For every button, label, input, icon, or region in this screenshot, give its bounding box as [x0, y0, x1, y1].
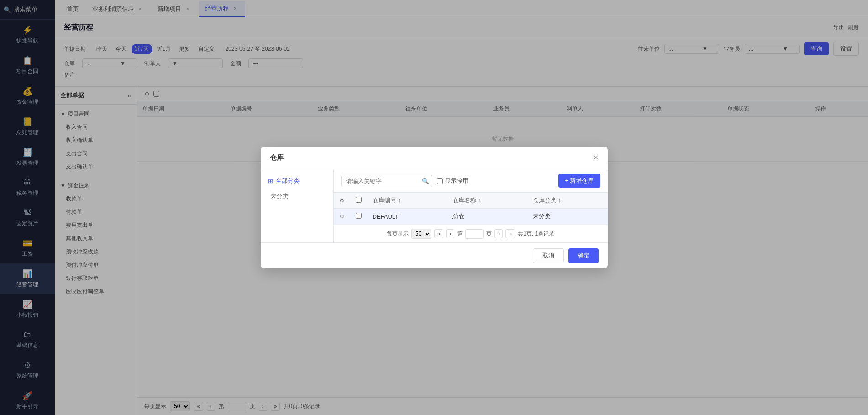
cancel-button[interactable]: 取消	[533, 248, 564, 263]
gear-icon[interactable]: ⚙	[339, 197, 345, 204]
row-category: 未分类	[527, 209, 608, 225]
confirm-button[interactable]: 确定	[568, 248, 599, 263]
modal-page-input[interactable]: 1	[465, 229, 484, 239]
modal-total-info: 共1页, 1条记录	[518, 230, 554, 238]
modal-body: ⊞全部分类未分类 🔍 显示停用 + 新增仓库	[261, 169, 608, 242]
modal-right-panel: 🔍 显示停用 + 新增仓库 ⚙ 仓库编号 ↕	[334, 169, 608, 242]
modal-header: 仓库 ×	[261, 147, 608, 169]
all-icon: ⊞	[268, 178, 273, 184]
modal-next-btn[interactable]: ›	[494, 229, 503, 238]
th-checkbox	[350, 193, 367, 209]
modal-last-btn[interactable]: »	[505, 229, 515, 238]
row-name: 总仓	[447, 209, 527, 225]
add-warehouse-button[interactable]: + 新增仓库	[558, 174, 600, 188]
show-disabled-checkbox[interactable]	[437, 178, 443, 184]
modal-category-unclassified[interactable]: 未分类	[261, 189, 333, 204]
modal-toolbar: 🔍 显示停用 + 新增仓库	[334, 169, 608, 193]
modal-title: 仓库	[270, 153, 284, 162]
row-settings: ⚙	[334, 209, 350, 225]
modal-pagination: 每页显示 50 « ‹ 第 1 页 › » 共1页, 1条记录	[334, 225, 608, 242]
th-settings: ⚙	[334, 193, 350, 209]
modal-per-page-select[interactable]: 50	[411, 229, 431, 239]
row-check-1[interactable]	[356, 213, 362, 219]
modal-select-all[interactable]	[356, 197, 362, 203]
th-code: 仓库编号 ↕	[367, 193, 447, 209]
modal-search-input[interactable]	[346, 178, 419, 184]
modal-table-row[interactable]: ⚙ DEFAULT 总仓 未分类	[334, 209, 608, 225]
settings-icon[interactable]: ⚙	[339, 213, 345, 220]
th-category: 仓库分类 ↕	[527, 193, 608, 209]
modal-first-btn[interactable]: «	[434, 229, 444, 238]
modal-left-panel: ⊞全部分类未分类	[261, 169, 334, 242]
modal-close-button[interactable]: ×	[594, 153, 599, 163]
modal-page-label: 页	[486, 230, 492, 238]
row-checkbox	[350, 209, 367, 225]
modal-search-box[interactable]: 🔍	[341, 175, 432, 187]
modal-prev-btn[interactable]: ‹	[446, 229, 454, 238]
show-disabled-label[interactable]: 显示停用	[437, 177, 468, 185]
modal-table-wrap: ⚙ 仓库编号 ↕ 仓库名称 ↕ 仓库分类 ↕ ⚙ DEFAULT 总仓 未分类	[334, 193, 608, 225]
modal-per-page-label: 每页显示	[387, 230, 409, 238]
warehouse-modal: 仓库 × ⊞全部分类未分类 🔍 显示停用 + 新增仓库	[261, 147, 608, 268]
search-icon: 🔍	[422, 178, 429, 184]
modal-table: ⚙ 仓库编号 ↕ 仓库名称 ↕ 仓库分类 ↕ ⚙ DEFAULT 总仓 未分类	[334, 193, 608, 225]
row-code: DEFAULT	[367, 209, 447, 225]
modal-overlay: 仓库 × ⊞全部分类未分类 🔍 显示停用 + 新增仓库	[0, 0, 868, 415]
th-name: 仓库名称 ↕	[447, 193, 527, 209]
modal-footer: 取消 确定	[261, 242, 608, 268]
modal-category-all[interactable]: ⊞全部分类	[261, 173, 333, 189]
